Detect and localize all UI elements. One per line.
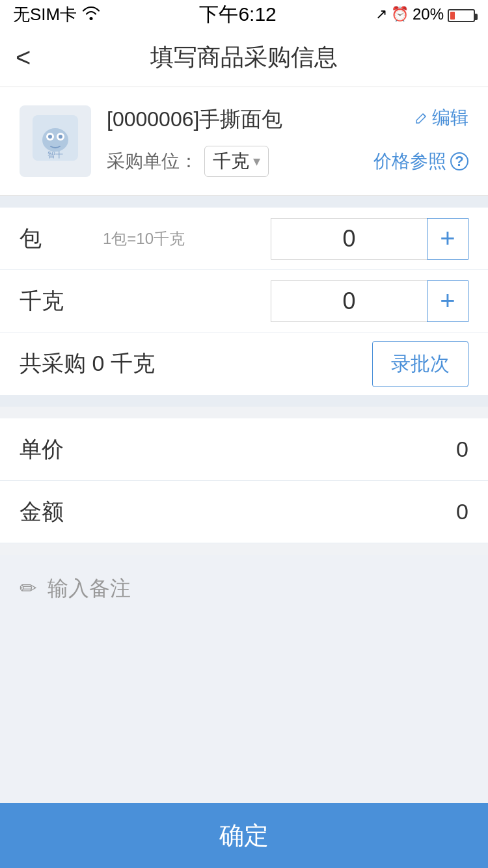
alarm-icon: ⏰ [391, 6, 409, 23]
status-time: 下午6:12 [199, 1, 276, 28]
product-meta: 采购单位： 千克 ▾ 价格参照 ? [107, 146, 468, 177]
edit-button[interactable]: 编辑 [414, 105, 468, 130]
back-button[interactable]: < [16, 43, 31, 72]
amount-row: 金额 0 [0, 481, 488, 543]
section-divider-2 [0, 395, 488, 407]
unit-arrow-icon: ▾ [253, 153, 260, 170]
product-name: [0000006]手撕面包 [107, 105, 282, 134]
bag-input-control: + [271, 218, 468, 260]
price-reference-button[interactable]: 价格参照 ? [373, 149, 468, 174]
bag-label: 包 [20, 224, 98, 254]
price-ref-icon: ? [450, 152, 468, 170]
kg-input-control: + [271, 280, 468, 322]
amount-label: 金额 [20, 497, 64, 527]
price-section: 单价 0 金额 0 [0, 418, 488, 543]
bag-plus-button[interactable]: + [427, 218, 468, 260]
pencil-icon: ✏ [20, 576, 37, 601]
summary-text: 共采购 0 千克 [20, 349, 155, 379]
no-sim-label: 无SIM卡 [13, 3, 77, 26]
unit-selector[interactable]: 采购单位： 千克 ▾ [107, 146, 269, 177]
bag-sublabel: 1包=10千克 [103, 228, 271, 249]
unit-prefix: 采购单位： [107, 149, 198, 174]
unit-dropdown[interactable]: 千克 ▾ [204, 146, 269, 177]
kg-input-row: 千克 + [0, 270, 488, 332]
content-fill-area [0, 633, 488, 828]
kg-label: 千克 [20, 286, 98, 316]
unit-price-value: 0 [456, 437, 468, 462]
status-bar: 无SIM卡 下午6:12 ↗ ⏰ 20% [0, 0, 488, 29]
remarks-section[interactable]: ✏ 输入备注 [0, 555, 488, 633]
nav-bar: < 填写商品采购信息 [0, 29, 488, 87]
unit-value: 千克 [213, 149, 249, 174]
unit-price-row: 单价 0 [0, 418, 488, 481]
svg-point-5 [59, 135, 62, 139]
bag-number-input[interactable] [271, 218, 427, 260]
unit-price-label: 单价 [20, 435, 64, 465]
price-ref-label: 价格参照 [373, 149, 446, 174]
kg-number-input[interactable] [271, 280, 427, 322]
product-header: [0000006]手撕面包 编辑 [107, 105, 468, 134]
page-title: 填写商品采购信息 [150, 42, 338, 74]
svg-text:智十: 智十 [47, 150, 63, 159]
battery-percent: 20% [413, 5, 444, 23]
kg-plus-button[interactable]: + [427, 280, 468, 322]
amount-value: 0 [456, 499, 468, 524]
edit-label: 编辑 [432, 105, 468, 130]
wifi-icon [82, 5, 100, 25]
battery-icon [448, 5, 475, 23]
section-divider-1 [0, 196, 488, 208]
status-right: ↗ ⏰ 20% [375, 5, 475, 23]
input-section: 包 1包=10千克 + 千克 + 共采购 0 千克 录批次 [0, 208, 488, 395]
location-icon: ↗ [375, 6, 387, 23]
confirm-button[interactable]: 确定 [0, 803, 488, 868]
product-thumbnail: 智十 [20, 105, 91, 177]
product-thumb-icon: 智十 [33, 115, 78, 168]
remarks-placeholder: 输入备注 [47, 575, 131, 603]
batch-button[interactable]: 录批次 [372, 341, 468, 387]
status-left: 无SIM卡 [13, 3, 100, 26]
product-info: [0000006]手撕面包 编辑 采购单位： 千克 ▾ 价格参照 ? [107, 105, 468, 177]
product-card: 智十 [0000006]手撕面包 编辑 采购单位： 千克 ▾ [0, 87, 488, 196]
summary-row: 共采购 0 千克 录批次 [0, 332, 488, 395]
svg-point-4 [48, 135, 52, 139]
bag-input-row: 包 1包=10千克 + [0, 208, 488, 270]
confirm-label: 确定 [219, 819, 269, 852]
